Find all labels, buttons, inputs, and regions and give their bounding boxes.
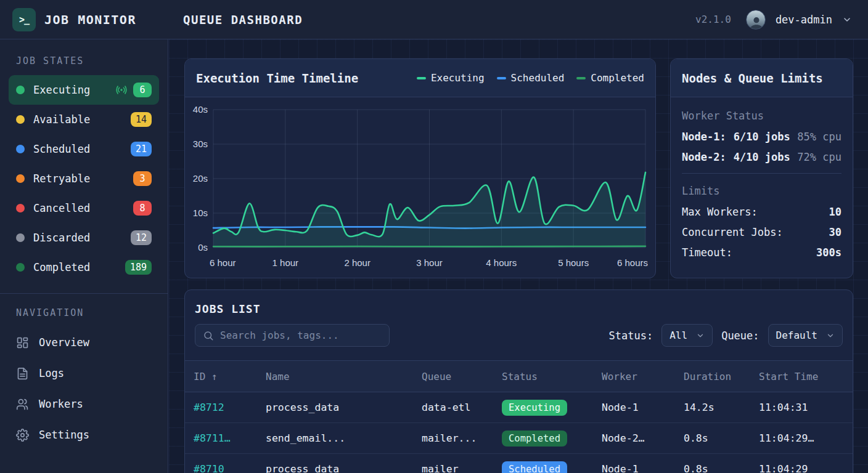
status-badge: Executing bbox=[502, 400, 567, 416]
sidebar-item-available[interactable]: Available 14 bbox=[9, 105, 159, 134]
column-status[interactable]: Status bbox=[502, 371, 602, 382]
timeline-chart: 0s10s20s30s40s6 hour1 hour2 hour3 hour4 … bbox=[185, 97, 655, 277]
legend-scheduled: Scheduled bbox=[497, 72, 565, 84]
scheduled-dot-icon bbox=[16, 145, 25, 153]
people-icon bbox=[16, 398, 29, 411]
nodes-card-title: Nodes & Queue Limits bbox=[682, 71, 823, 85]
legend-completed: Completed bbox=[576, 72, 644, 84]
discarded-dot-icon bbox=[16, 233, 25, 242]
sidebar-item-retryable[interactable]: Retryable 3 bbox=[9, 164, 159, 193]
sidebar-item-cancelled[interactable]: Cancelled 8 bbox=[9, 193, 159, 223]
executing-line-swatch-icon bbox=[417, 77, 426, 79]
sidebar-item-logs[interactable]: Logs bbox=[9, 358, 159, 389]
status-badge: Completed bbox=[502, 431, 567, 447]
navigation-heading: NAVIGATION bbox=[9, 307, 159, 318]
column-worker[interactable]: Worker bbox=[602, 371, 684, 382]
sidebar-item-discarded[interactable]: Discarded 12 bbox=[9, 223, 159, 253]
executing-count-badge: 6 bbox=[133, 83, 152, 97]
status-chevron-down-icon bbox=[696, 331, 705, 340]
svg-text:2 hour: 2 hour bbox=[344, 257, 371, 268]
table-row[interactable]: #8712 process_data data-etl Executing No… bbox=[185, 392, 853, 423]
status-badge: Scheduled bbox=[502, 461, 567, 473]
status-filter-select[interactable]: All bbox=[661, 324, 713, 347]
cancelled-count-badge: 8 bbox=[133, 201, 152, 216]
live-radio-icon bbox=[115, 84, 128, 96]
terminal-icon: >_ bbox=[12, 8, 36, 31]
column-duration[interactable]: Duration bbox=[684, 371, 759, 382]
concurrent-jobs-row: Concurrent Jobs: 30 bbox=[682, 226, 841, 238]
sidebar-item-settings[interactable]: Settings bbox=[9, 419, 159, 450]
execution-timeline-card: Execution Time Timeline Executing Schedu… bbox=[184, 59, 656, 278]
gear-icon bbox=[16, 429, 29, 442]
column-queue[interactable]: Queue bbox=[422, 371, 502, 382]
worker-status-heading: Worker Status bbox=[682, 110, 841, 122]
svg-text:0s: 0s bbox=[198, 242, 208, 253]
retryable-count-badge: 3 bbox=[133, 171, 152, 186]
chart-legend: Executing Scheduled Completed bbox=[417, 72, 644, 84]
queue-filter-select[interactable]: Default bbox=[768, 324, 843, 347]
column-start-time[interactable]: Start Time bbox=[759, 371, 853, 382]
svg-text:40s: 40s bbox=[193, 104, 208, 115]
app-title: JOB MONITOR bbox=[44, 12, 136, 27]
svg-text:5 hours: 5 hours bbox=[558, 257, 589, 268]
column-id[interactable]: ID ↑ bbox=[194, 371, 266, 382]
sidebar-item-scheduled[interactable]: Scheduled 21 bbox=[9, 134, 159, 164]
executing-dot-icon bbox=[16, 86, 25, 94]
sidebar-divider bbox=[0, 293, 168, 294]
completed-dot-icon bbox=[16, 263, 25, 272]
search-input[interactable] bbox=[220, 329, 382, 341]
node-2-status: Node-2: 4/10 jobs 72% cpu bbox=[682, 151, 841, 163]
node-1-status: Node-1: 6/10 jobs 85% cpu bbox=[682, 131, 841, 143]
available-count-badge: 14 bbox=[131, 112, 152, 127]
retryable-dot-icon bbox=[16, 174, 25, 183]
column-name[interactable]: Name bbox=[266, 371, 422, 382]
cancelled-dot-icon bbox=[16, 204, 25, 212]
job-states-heading: JOB STATES bbox=[9, 55, 159, 67]
queue-filter-label: Queue: bbox=[721, 329, 759, 342]
scheduled-count-badge: 21 bbox=[131, 142, 152, 156]
table-row[interactable]: #8711… send_email... mailer... Completed… bbox=[185, 423, 853, 454]
document-icon bbox=[16, 367, 29, 380]
jobs-list-heading: JOBS LIST bbox=[185, 302, 853, 315]
discarded-count-badge: 12 bbox=[131, 230, 152, 245]
job-id-link[interactable]: #8712 bbox=[194, 402, 266, 413]
chart-title: Execution Time Timeline bbox=[196, 71, 358, 85]
jobs-list-card: JOBS LIST Status: All Queue: Default bbox=[184, 289, 853, 473]
queue-chevron-down-icon bbox=[826, 331, 835, 340]
jobs-table-header: ID ↑ Name Queue Status Worker Duration S… bbox=[185, 360, 853, 392]
legend-executing: Executing bbox=[417, 72, 485, 84]
nodes-limits-card: Nodes & Queue Limits Worker Status Node-… bbox=[670, 59, 853, 278]
main-content: Execution Time Timeline Executing Schedu… bbox=[169, 39, 868, 473]
user-menu-chevron-down-icon[interactable] bbox=[842, 15, 852, 25]
completed-line-swatch-icon bbox=[576, 77, 586, 79]
search-icon bbox=[203, 330, 214, 341]
svg-text:6 hour: 6 hour bbox=[210, 257, 236, 268]
job-id-link[interactable]: #8710 bbox=[194, 463, 266, 473]
svg-text:4 hours: 4 hours bbox=[486, 257, 517, 268]
max-workers-row: Max Workers: 10 bbox=[682, 206, 841, 218]
svg-text:10s: 10s bbox=[193, 208, 208, 218]
job-id-link[interactable]: #8711… bbox=[194, 432, 266, 444]
limits-heading: Limits bbox=[682, 185, 841, 197]
user-avatar[interactable] bbox=[746, 10, 766, 30]
table-row[interactable]: #8710 process_data mailer Scheduled Node… bbox=[185, 454, 853, 473]
svg-text:30s: 30s bbox=[193, 139, 208, 149]
dashboard-grid-icon bbox=[16, 336, 29, 349]
sidebar-item-executing[interactable]: Executing 6 bbox=[9, 75, 159, 105]
nodes-card-header: Nodes & Queue Limits bbox=[671, 59, 853, 97]
sidebar-item-workers[interactable]: Workers bbox=[9, 389, 159, 419]
sidebar-item-overview[interactable]: Overview bbox=[9, 327, 159, 358]
app-brand: >_ JOB MONITOR bbox=[0, 8, 168, 31]
svg-text:6 hours: 6 hours bbox=[617, 257, 648, 268]
limits-divider bbox=[682, 173, 841, 174]
page-title: QUEUE DASHBOARD bbox=[168, 13, 303, 26]
svg-text:20s: 20s bbox=[193, 173, 208, 184]
top-bar: >_ JOB MONITOR QUEUE DASHBOARD v2.1.0 de… bbox=[0, 0, 868, 39]
user-name: dev-admin bbox=[776, 14, 832, 26]
sidebar: JOB STATES Executing 6 Available 14 Sche… bbox=[0, 39, 168, 473]
jobs-table: ID ↑ Name Queue Status Worker Duration S… bbox=[185, 360, 853, 473]
chart-card-header: Execution Time Timeline Executing Schedu… bbox=[185, 59, 655, 97]
sidebar-item-completed[interactable]: Completed 189 bbox=[9, 253, 159, 282]
scheduled-line-swatch-icon bbox=[497, 77, 506, 79]
jobs-search[interactable] bbox=[195, 324, 390, 347]
